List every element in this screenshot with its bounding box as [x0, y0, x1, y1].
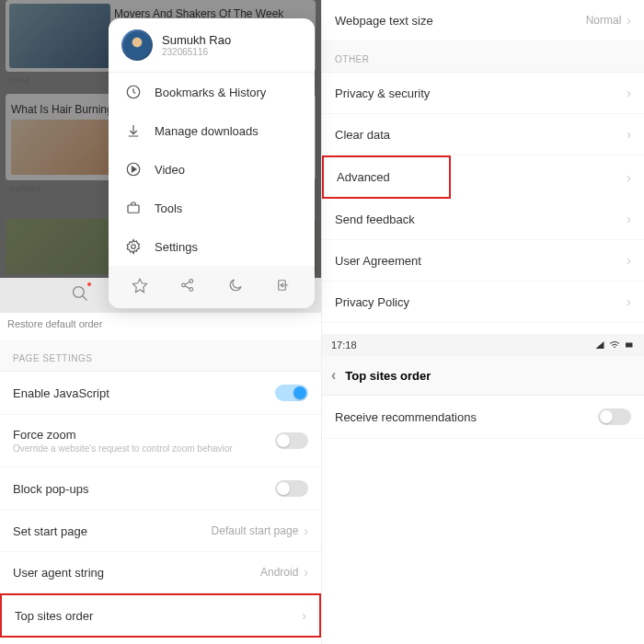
chevron-right-icon: › [627, 253, 631, 268]
chevron-right-icon: › [627, 127, 631, 142]
page-header: ‹ Top sites order [322, 356, 644, 396]
gear-icon [125, 238, 142, 255]
star-icon[interactable] [132, 277, 148, 297]
exit-icon[interactable] [275, 277, 292, 297]
profile-name: Sumukh Rao [162, 33, 231, 47]
clock-icon [125, 84, 142, 100]
section-other: OTHER [322, 41, 644, 73]
restore-order-label[interactable]: Restore default order [7, 318, 102, 329]
row-user-agreement[interactable]: User Agreement › [322, 240, 644, 282]
share-icon[interactable] [179, 277, 196, 297]
row-force-zoom[interactable]: Force zoom Override a website's request … [0, 415, 321, 467]
svg-line-16 [185, 282, 190, 284]
search-icon[interactable] [71, 284, 89, 306]
toggle-js[interactable] [275, 385, 308, 401]
row-privacy-security[interactable]: Privacy & security › [322, 73, 644, 114]
chevron-right-icon: › [304, 565, 308, 580]
menu-tools[interactable]: Tools [109, 189, 315, 227]
chevron-right-icon: › [304, 523, 308, 538]
menu-bookmarks[interactable]: Bookmarks & History [109, 73, 315, 111]
row-receive-recommendations[interactable]: Receive recommendations [322, 396, 644, 439]
row-privacy-policy[interactable]: Privacy Policy › [322, 282, 644, 323]
row-text-size[interactable]: Webpage text size Normal › [322, 0, 644, 41]
svg-marker-20 [596, 341, 604, 349]
row-user-agent[interactable]: User agent string Android › [0, 552, 321, 593]
chevron-right-icon: › [627, 13, 631, 28]
toggle-recommendations[interactable] [598, 408, 631, 425]
status-icons [594, 339, 635, 351]
chevron-right-icon: › [627, 212, 631, 226]
briefcase-icon [125, 200, 142, 216]
battery-icon [624, 339, 635, 351]
signal-icon [594, 339, 605, 351]
svg-marker-12 [133, 279, 147, 292]
chevron-right-icon: › [627, 86, 631, 100]
menu-downloads[interactable]: Manage downloads [109, 111, 315, 150]
app-menu: Sumukh Rao 232065116 Bookmarks & History… [109, 18, 315, 308]
row-enable-js[interactable]: Enable JavaScript [0, 372, 321, 415]
section-page-settings: PAGE SETTINGS [0, 340, 321, 372]
chevron-right-icon: › [302, 608, 306, 623]
avatar [121, 29, 153, 61]
svg-point-0 [74, 287, 85, 298]
svg-marker-9 [132, 167, 137, 172]
status-time: 17:18 [331, 339, 357, 351]
profile-id: 232065116 [162, 47, 231, 57]
row-start-page[interactable]: Set start page Default start page › [0, 511, 321, 552]
svg-line-1 [83, 296, 87, 301]
menu-video[interactable]: Video [109, 150, 315, 189]
moon-icon[interactable] [227, 277, 244, 297]
profile-section[interactable]: Sumukh Rao 232065116 [109, 18, 315, 73]
row-advanced[interactable]: Advanced [322, 155, 451, 199]
row-block-popups[interactable]: Block pop-ups [0, 467, 321, 511]
back-icon[interactable]: ‹ [331, 367, 336, 384]
toggle-popups[interactable] [275, 480, 308, 497]
chevron-right-icon: › [627, 294, 631, 309]
menu-settings[interactable]: Settings [109, 227, 315, 266]
row-clear-data[interactable]: Clear data › [322, 114, 644, 155]
row-send-feedback[interactable]: Send feedback › [322, 199, 644, 240]
page-title: Top sites order [345, 369, 431, 383]
svg-rect-21 [626, 343, 633, 348]
row-top-sites-order[interactable]: Top sites order › [0, 593, 321, 638]
svg-rect-10 [128, 205, 139, 213]
svg-line-17 [185, 286, 190, 289]
play-icon [125, 161, 142, 178]
download-icon [125, 122, 142, 139]
wifi-icon [609, 339, 620, 351]
chevron-right-icon: › [627, 170, 631, 185]
toggle-zoom[interactable] [275, 432, 308, 449]
svg-point-11 [132, 245, 136, 249]
